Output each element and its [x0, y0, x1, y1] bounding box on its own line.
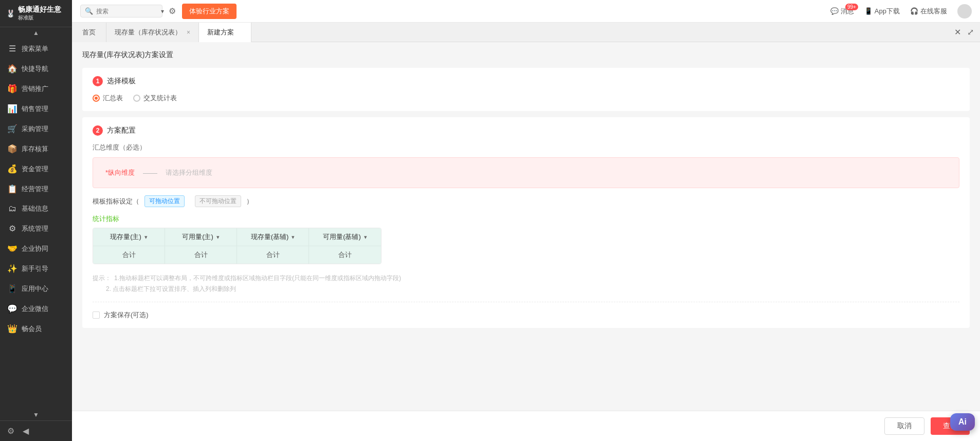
- indicator-col-2: 可用量(主) ▾ 合计: [165, 228, 237, 264]
- topbar-right: 💬 消息 99+ 📱 App下载 🎧 在线客服: [830, 4, 972, 19]
- tip-2-text: 2. 点击标题栏下拉可设置排序、插入列和删除列: [106, 285, 236, 293]
- sidebar-bottom: ⚙ ◀: [0, 420, 72, 441]
- topbar-gear-icon[interactable]: ⚙: [169, 6, 176, 16]
- operations-icon: 📋: [7, 184, 17, 194]
- tabbar-right: ✕ ⤢: [954, 27, 980, 37]
- col1-chevron-icon[interactable]: ▾: [144, 234, 148, 241]
- sidebar-item-operations[interactable]: 📋 经营管理: [0, 179, 72, 199]
- step1-title: 选择模板: [107, 77, 136, 86]
- sidebar-item-newbie[interactable]: ✨ 新手引导: [0, 259, 72, 279]
- sidebar-item-wechat[interactable]: 💬 企业微信: [0, 299, 72, 319]
- message-badge: 99+: [845, 4, 858, 10]
- tabbar: 首页 现存量（库存状况表） × 新建方案 × ✕ ⤢: [72, 23, 980, 42]
- radio-summary[interactable]: 汇总表: [93, 94, 123, 103]
- tab-inventory-label: 现存量（库存状况表）: [115, 28, 182, 37]
- indicator-col-1-header: 现存量(主) ▾: [93, 228, 165, 246]
- sidebar-item-label: 经营管理: [22, 185, 48, 194]
- sidebar-item-label: 搜索菜单: [22, 44, 48, 53]
- col4-chevron-icon[interactable]: ▾: [364, 234, 367, 241]
- step2-section: 2 方案配置 汇总维度（必选） *纵向维度 —— 请选择分组维度 模板指标设定（…: [82, 117, 970, 328]
- sidebar-item-search-menu[interactable]: ☰ 搜索菜单: [0, 39, 72, 59]
- indicator-table-header: 现存量(主) ▾ 合计 可用量(主) ▾ 合计: [93, 228, 381, 264]
- dimension-box[interactable]: *纵向维度 —— 请选择分组维度: [93, 157, 959, 188]
- col3-chevron-icon[interactable]: ▾: [292, 234, 295, 241]
- app-version: 标准版: [18, 14, 61, 22]
- sidebar-item-purchase[interactable]: 🛒 采购管理: [0, 119, 72, 139]
- tab-inventory-close-icon[interactable]: ×: [187, 29, 190, 36]
- headset-icon: 🎧: [910, 7, 918, 15]
- radio-summary-circle[interactable]: [93, 95, 100, 102]
- message-item[interactable]: 💬 消息 99+: [830, 7, 854, 16]
- col2-cell: 合计: [165, 246, 237, 264]
- step1-section: 1 选择模板 汇总表 交叉统计表: [82, 68, 970, 111]
- tip-2: 2. 点击标题栏下拉可设置排序、插入列和删除列: [93, 285, 959, 293]
- sidebar-item-system[interactable]: ⚙ 系统管理: [0, 218, 72, 238]
- sidebar-item-quick-nav[interactable]: 🏠 快捷导航: [0, 59, 72, 79]
- step2-title: 方案配置: [107, 126, 136, 135]
- trial-button[interactable]: 体验行业方案: [182, 4, 237, 19]
- search-icon: 🔍: [85, 7, 93, 15]
- indicator-table: 现存量(主) ▾ 合计 可用量(主) ▾ 合计: [93, 228, 382, 264]
- tabbar-expand-icon[interactable]: ⤢: [967, 27, 974, 37]
- message-icon: 💬: [830, 7, 839, 15]
- user-avatar[interactable]: [957, 4, 972, 19]
- online-service-item[interactable]: 🎧 在线客服: [910, 7, 947, 16]
- divider: [93, 302, 959, 302]
- sidebar-item-label: 基础信息: [22, 204, 48, 213]
- tab-new-close-icon[interactable]: ×: [239, 29, 243, 36]
- sidebar-nav: ☰ 搜索菜单 🏠 快捷导航 🎁 营销推广 📊 销售管理 🛒 采购管理 📦 库存核…: [0, 39, 72, 409]
- search-input[interactable]: [96, 8, 158, 15]
- stats-label: 统计指标: [93, 214, 959, 224]
- draggable-badge: 可拖动位置: [144, 195, 185, 207]
- sidebar-scroll-up[interactable]: ▲: [0, 27, 72, 39]
- indicator-col-4: 可用量(基辅) ▾ 合计: [309, 228, 381, 264]
- sidebar-toggle-icon[interactable]: ◀: [23, 426, 29, 436]
- cancel-button[interactable]: 取消: [884, 417, 924, 435]
- indicator-col-3-header: 现存量(基辅) ▾: [237, 228, 308, 246]
- sidebar-item-label: 企业协同: [22, 244, 48, 253]
- save-option-label: 方案保存(可选): [104, 310, 149, 320]
- col2-chevron-icon[interactable]: ▾: [216, 234, 220, 241]
- sales-icon: 📊: [7, 104, 17, 114]
- sidebar-item-basic-info[interactable]: 🗂 基础信息: [0, 199, 72, 218]
- tab-new-label: 新建方案: [207, 28, 234, 37]
- radio-cross-circle[interactable]: [133, 95, 140, 102]
- app-download-item[interactable]: 📱 App下载: [864, 7, 900, 16]
- sidebar-item-inventory[interactable]: 📦 库存核算: [0, 139, 72, 159]
- sidebar-item-label: 快捷导航: [22, 64, 48, 74]
- tabbar-close-icon[interactable]: ✕: [954, 27, 961, 37]
- sidebar-settings-icon[interactable]: ⚙: [7, 426, 14, 436]
- non-draggable-badge: 不可拖动位置: [195, 195, 241, 207]
- sidebar-item-app-center[interactable]: 📱 应用中心: [0, 279, 72, 299]
- sidebar-scroll-down[interactable]: ▼: [0, 409, 72, 420]
- sidebar-item-finance[interactable]: 💰 资金管理: [0, 159, 72, 179]
- ai-floating-button[interactable]: Ai: [950, 413, 975, 431]
- dimension-arrow: ——: [143, 169, 157, 177]
- newbie-icon: ✨: [7, 264, 17, 273]
- page-title: 现存量(库存状况表)方案设置: [82, 50, 970, 60]
- sidebar-item-enterprise[interactable]: 🤝 企业协同: [0, 238, 72, 259]
- wechat-icon: 💬: [7, 304, 17, 314]
- tab-inventory-status[interactable]: 现存量（库存状况表） ×: [106, 23, 199, 42]
- finance-icon: 💰: [7, 164, 17, 174]
- indicator-setting: 模板指标设定（ 可拖动位置 不可拖动位置 ）: [93, 195, 959, 207]
- col4-label: 可用量(基辅): [323, 232, 361, 242]
- radio-summary-label: 汇总表: [103, 94, 123, 103]
- sidebar-item-member[interactable]: 👑 畅会员: [0, 319, 72, 339]
- tab-new-plan[interactable]: 新建方案 ×: [199, 23, 251, 42]
- tab-home-label: 首页: [82, 28, 96, 37]
- indicator-col-3: 现存量(基辅) ▾ 合计: [237, 228, 309, 264]
- save-checkbox[interactable]: [93, 311, 100, 319]
- tab-home[interactable]: 首页: [72, 23, 106, 42]
- app-download-label: App下载: [875, 7, 900, 16]
- tip-1-text: 1.拖动标题栏可以调整布局，不可跨维度或指标区域拖动栏目字段(只能在同一维度或指…: [114, 274, 401, 283]
- tip-2-prefix: [93, 285, 103, 293]
- radio-cross[interactable]: 交叉统计表: [133, 94, 177, 103]
- sidebar-item-label: 应用中心: [22, 284, 48, 293]
- search-dropdown-icon[interactable]: ▾: [161, 8, 164, 15]
- indicator-col-1: 现存量(主) ▾ 合计: [93, 228, 165, 264]
- topbar-search[interactable]: 🔍 ▾: [80, 5, 162, 17]
- indicator-col-4-header: 可用量(基辅) ▾: [309, 228, 381, 246]
- sidebar-item-sales[interactable]: 📊 销售管理: [0, 99, 72, 119]
- sidebar-item-marketing[interactable]: 🎁 营销推广: [0, 79, 72, 99]
